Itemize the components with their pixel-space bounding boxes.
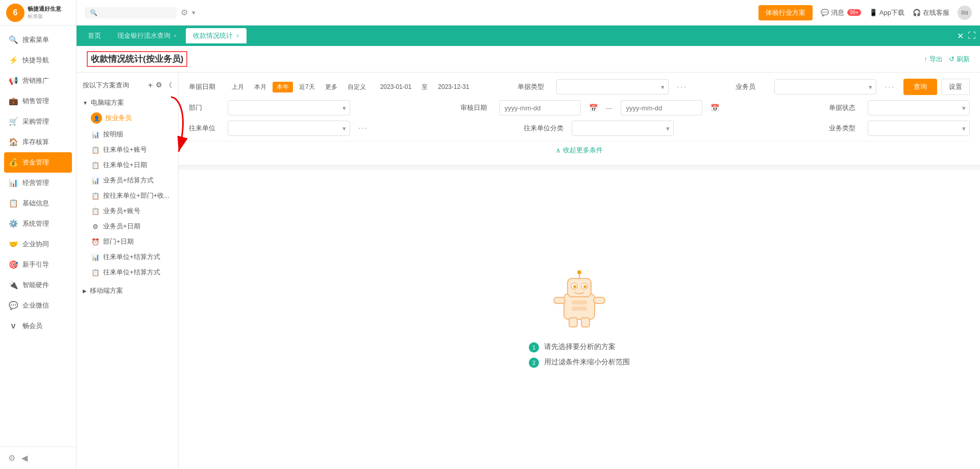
- sidebar-item-warehouse[interactable]: 🏠 库存核算: [0, 132, 76, 152]
- salesman-select[interactable]: [774, 79, 876, 95]
- basic-icon: 📋: [8, 198, 18, 208]
- business-icon: 📊: [8, 178, 18, 188]
- marketing-icon: 📢: [8, 76, 18, 86]
- panel-item-partner-account[interactable]: 📋 往来单位+账号: [77, 142, 178, 157]
- date-option-last7[interactable]: 近7天: [295, 82, 319, 92]
- refresh-label: 刷新: [957, 55, 970, 64]
- sidebar-item-basic[interactable]: 📋 基础信息: [0, 193, 76, 214]
- doc-type-more-dots[interactable]: ···: [677, 82, 688, 92]
- app-download-area[interactable]: 📱 App下载: [869, 8, 904, 17]
- partner-label: 往来单位: [189, 124, 219, 133]
- left-panel: 按以下方案查询 + ⚙ 《 ▼ 电脑端方案 👤: [77, 73, 179, 469]
- svg-point-7: [577, 270, 581, 274]
- audit-end-input[interactable]: [621, 100, 702, 115]
- partner-account-icon: 📋: [91, 145, 100, 154]
- doc-status-select[interactable]: [868, 100, 970, 115]
- date-option-last-month[interactable]: 上月: [228, 82, 248, 92]
- sidebar-label-sales: 销售管理: [22, 97, 49, 106]
- tab-maximize-icon[interactable]: ⛶: [968, 31, 976, 40]
- sidebar-item-business[interactable]: 📊 经营管理: [0, 173, 76, 193]
- tab-receipt-close-icon[interactable]: ×: [236, 33, 239, 39]
- audit-start-input[interactable]: [499, 100, 581, 115]
- panel-item-salesman-account[interactable]: 📋 业务员+账号: [77, 203, 178, 219]
- empty-step-1: 1 请先选择要分析的方案: [529, 342, 630, 353]
- collapse-conditions[interactable]: ∧ 收起更多条件: [189, 141, 970, 159]
- tab-home[interactable]: 首页: [81, 28, 108, 43]
- service-icon: 🎧: [913, 9, 921, 16]
- search-box[interactable]: 🔍: [85, 7, 177, 18]
- sidebar-item-finance[interactable]: 💰 资金管理: [4, 152, 72, 173]
- settings-gear-icon[interactable]: ⚙: [181, 8, 188, 17]
- tab-bank[interactable]: 现金银行流水查询 ×: [110, 28, 184, 43]
- partner-settlement2-icon: 📋: [91, 268, 100, 277]
- mobile-section-title[interactable]: ▶ 移动端方案: [77, 284, 178, 297]
- user-area[interactable]: Rit: [958, 6, 972, 20]
- footer-collapse-icon[interactable]: ◀: [21, 453, 28, 463]
- tab-bank-close-icon[interactable]: ×: [174, 33, 177, 39]
- panel-item-partner-settlement1[interactable]: 📊 往来单位+结算方式: [77, 249, 178, 265]
- online-service-label: 在线客服: [923, 8, 949, 17]
- doc-type-select[interactable]: [556, 79, 669, 95]
- salesman-select-wrapper: [774, 79, 876, 95]
- export-icon: ↑: [924, 55, 928, 63]
- sidebar-item-search[interactable]: 🔍 搜索菜单: [0, 30, 76, 50]
- partner-select[interactable]: [228, 121, 350, 136]
- audit-end-calendar-icon[interactable]: 📅: [710, 104, 719, 112]
- partner-select-wrapper: [228, 121, 350, 136]
- panel-add-icon[interactable]: +: [148, 81, 153, 90]
- sidebar-item-system[interactable]: ⚙️ 系统管理: [0, 214, 76, 234]
- footer-settings-icon[interactable]: ⚙: [8, 453, 15, 463]
- partner-category-select[interactable]: [572, 121, 674, 136]
- warehouse-icon: 🏠: [8, 137, 18, 147]
- panel-header: 按以下方案查询 + ⚙ 《: [77, 77, 178, 94]
- panel-item-dept-date[interactable]: ⏰ 部门+日期: [77, 234, 178, 249]
- sidebar-item-newbie[interactable]: 🎯 新手引导: [0, 254, 76, 275]
- panel-item-salesman-settlement[interactable]: 📊 业务员+结算方式: [77, 173, 178, 188]
- sidebar-item-purchase[interactable]: 🛒 采购管理: [0, 111, 76, 132]
- panel-item-by-detail[interactable]: 📊 按明细: [77, 127, 178, 142]
- dropdown-arrow-icon[interactable]: ▾: [192, 9, 195, 16]
- salesman-more-dots[interactable]: ···: [885, 82, 895, 92]
- panel-settings-icon[interactable]: ⚙: [156, 81, 162, 90]
- date-option-this-month[interactable]: 本月: [250, 82, 271, 92]
- sidebar-item-wechat[interactable]: 💬 企业微信: [0, 295, 76, 316]
- sidebar-item-member[interactable]: V 畅会员: [0, 316, 76, 336]
- sidebar-label-quicknav: 快捷导航: [22, 56, 49, 65]
- trial-button[interactable]: 体验行业方案: [758, 5, 813, 20]
- refresh-button[interactable]: ↺ 刷新: [949, 55, 970, 64]
- panel-item-detail-label: 按明细: [103, 130, 123, 139]
- partner-category-select-wrapper: [572, 121, 674, 136]
- message-area[interactable]: 💬 消息 99+: [821, 8, 861, 17]
- export-button[interactable]: ↑ 导出: [924, 55, 943, 64]
- panel-collapse-icon[interactable]: 《: [165, 81, 172, 90]
- panel-item-salesman-date[interactable]: ⚙ 业务员+日期: [77, 219, 178, 234]
- tab-receipt[interactable]: 收款情况统计 ×: [186, 28, 246, 43]
- panel-item-by-salesman[interactable]: 👤 按业务员: [77, 109, 178, 127]
- settings-button[interactable]: 设置: [941, 79, 970, 95]
- sidebar-item-marketing[interactable]: 📢 营销推广: [0, 71, 76, 91]
- sidebar-item-sales[interactable]: 💼 销售管理: [0, 91, 76, 111]
- sidebar-item-hardware[interactable]: 🔌 智能硬件: [0, 275, 76, 295]
- panel-item-partner-dept[interactable]: 📋 按往来单位+部门+收...: [77, 188, 178, 203]
- audit-start-calendar-icon[interactable]: 📅: [589, 104, 598, 112]
- empty-illustration: [546, 266, 612, 332]
- date-option-this-year[interactable]: 本年: [273, 82, 293, 92]
- date-option-custom[interactable]: 自定义: [344, 82, 370, 92]
- sidebar-footer: ⚙ ◀: [0, 447, 76, 469]
- date-option-more[interactable]: 更多: [321, 82, 341, 92]
- business-type-label: 业务类型: [829, 124, 860, 133]
- desktop-arrow-icon: ▼: [83, 100, 88, 106]
- sidebar-item-quicknav[interactable]: ⚡ 快捷导航: [0, 50, 76, 71]
- main-area: 🔍 ⚙ ▾ 体验行业方案 💬 消息 99+ 📱 App下载 🎧 在线客服 Ri: [77, 0, 980, 469]
- dept-select[interactable]: [228, 100, 350, 115]
- business-type-select[interactable]: [868, 121, 970, 136]
- tab-close-all-icon[interactable]: ✕: [957, 31, 964, 41]
- online-service-area[interactable]: 🎧 在线客服: [913, 8, 949, 17]
- panel-item-partner-settlement2[interactable]: 📋 往来单位+结算方式: [77, 265, 178, 280]
- sidebar-item-cooperation[interactable]: 🤝 企业协同: [0, 234, 76, 254]
- desktop-section-title[interactable]: ▼ 电脑端方案: [77, 96, 178, 109]
- partner-more-dots[interactable]: ···: [358, 124, 368, 133]
- panel-item-partner-date[interactable]: 📋 往来单位+日期: [77, 157, 178, 173]
- query-button[interactable]: 查询: [903, 79, 937, 95]
- sidebar-label-cooperation: 企业协同: [22, 240, 49, 249]
